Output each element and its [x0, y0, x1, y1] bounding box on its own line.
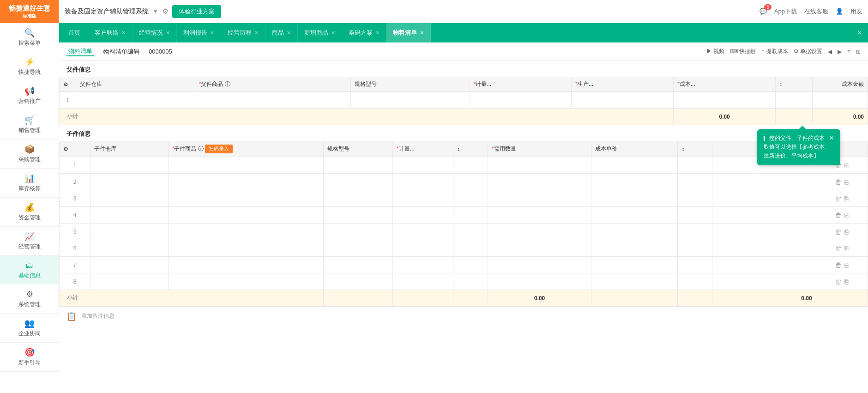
nav-tab-3[interactable]: 利润报告✕	[177, 23, 221, 42]
parent-cost-1[interactable]	[674, 92, 776, 109]
child-warehouse-3[interactable]	[90, 190, 168, 207]
child-unit-3[interactable]	[393, 190, 453, 207]
sidebar-item-快捷导航[interactable]: ⚡快捷导航	[0, 52, 59, 81]
delete-icon-6[interactable]: 🗑	[835, 245, 842, 252]
child-unit-price-5[interactable]	[591, 224, 678, 240]
child-quantity-8[interactable]	[488, 273, 591, 290]
delete-icon-4[interactable]: 🗑	[835, 212, 842, 219]
sidebar-item-企业协同[interactable]: 👥企业协同	[0, 314, 59, 343]
sidebar-item-资金管理[interactable]: 💰资金管理	[0, 198, 59, 227]
copy-icon-5[interactable]: ⎘	[844, 228, 848, 236]
child-spec-3[interactable]	[324, 190, 393, 207]
copy-icon-1[interactable]: ⎘	[844, 162, 848, 169]
child-spec-5[interactable]	[324, 224, 393, 240]
dropdown-icon[interactable]: ▼	[152, 8, 158, 15]
delete-icon-2[interactable]: 🗑	[835, 178, 842, 186]
scan-button[interactable]: 扫码录入	[205, 145, 233, 153]
child-quantity-3[interactable]	[488, 190, 591, 207]
sidebar-item-搜索菜单[interactable]: 🔍搜索菜单	[0, 23, 59, 52]
child-quantity-6[interactable]	[488, 240, 591, 257]
doc-settings-action[interactable]: ⚙ 单据设置	[794, 48, 822, 55]
child-spec-4[interactable]	[324, 207, 393, 224]
next-arrow[interactable]: ▶	[838, 48, 842, 55]
nav-tab-close-1[interactable]: ✕	[121, 30, 126, 36]
child-unit-price-2[interactable]	[591, 174, 678, 190]
add-note-icon[interactable]: 📋	[66, 311, 77, 321]
child-unit-8[interactable]	[393, 273, 453, 290]
child-product-5[interactable]	[168, 224, 324, 240]
child-unit-price-4[interactable]	[591, 207, 678, 224]
close-tab-icon[interactable]: ✕	[853, 29, 866, 36]
child-unit-4[interactable]	[393, 207, 453, 224]
child-warehouse-4[interactable]	[90, 207, 168, 224]
child-unit-price-7[interactable]	[591, 257, 678, 273]
copy-icon-6[interactable]: ⎘	[844, 245, 848, 252]
nav-tab-close-7[interactable]: ✕	[375, 30, 380, 36]
nav-tab-close-4[interactable]: ✕	[254, 30, 259, 36]
parent-warehouse-1[interactable]	[76, 92, 195, 109]
delete-icon-5[interactable]: 🗑	[835, 228, 842, 236]
nav-tab-close-3[interactable]: ✕	[210, 30, 214, 36]
nav-tab-6[interactable]: 新增商品✕	[298, 23, 342, 42]
child-product-2[interactable]	[168, 174, 324, 190]
child-quantity-7[interactable]	[488, 257, 591, 273]
child-warehouse-1[interactable]	[90, 157, 168, 174]
nav-tab-7[interactable]: 条码方案✕	[342, 23, 386, 42]
copy-icon-7[interactable]: ⎘	[844, 261, 848, 269]
child-warehouse-2[interactable]	[90, 174, 168, 190]
child-unit-price-1[interactable]	[591, 157, 678, 174]
copy-icon-8[interactable]: ⎘	[844, 278, 848, 285]
child-unit-7[interactable]	[393, 257, 453, 273]
nav-tab-5[interactable]: 商品✕	[265, 23, 298, 42]
prev-arrow[interactable]: ◀	[828, 48, 832, 55]
child-spec-8[interactable]	[324, 273, 393, 290]
tooltip-close-btn[interactable]: ✕	[829, 134, 834, 143]
child-spec-2[interactable]	[324, 174, 393, 190]
nav-tab-1[interactable]: 客户联络✕	[88, 23, 133, 42]
delete-icon-7[interactable]: 🗑	[835, 261, 842, 269]
parent-product-1[interactable]	[195, 92, 350, 109]
nav-tab-0[interactable]: 首页	[61, 23, 88, 42]
child-spec-6[interactable]	[324, 240, 393, 257]
child-spec-7[interactable]	[324, 257, 393, 273]
parent-col-settings[interactable]: ⚙	[60, 77, 76, 92]
nav-tab-close-8[interactable]: ✕	[420, 30, 424, 36]
child-quantity-5[interactable]	[488, 224, 591, 240]
copy-icon-3[interactable]: ⎘	[844, 195, 848, 202]
trial-button[interactable]: 体验行业方案	[172, 5, 221, 18]
parent-spec-1[interactable]	[350, 92, 470, 109]
sidebar-item-经营管理[interactable]: 📈经营管理	[0, 227, 59, 256]
child-unit-6[interactable]	[393, 240, 453, 257]
child-warehouse-7[interactable]	[90, 257, 168, 273]
child-quantity-2[interactable]	[488, 174, 591, 190]
child-spec-1[interactable]	[324, 157, 393, 174]
nav-tab-close-5[interactable]: ✕	[287, 30, 291, 36]
delete-icon-3[interactable]: 🗑	[835, 195, 842, 202]
sidebar-item-采购管理[interactable]: 📦采购管理	[0, 139, 59, 169]
child-product-4[interactable]	[168, 207, 324, 224]
app-download-link[interactable]: App下载	[774, 7, 797, 16]
nav-tab-close-6[interactable]: ✕	[331, 30, 335, 36]
child-unit-2[interactable]	[393, 174, 453, 190]
sidebar-item-新手引导[interactable]: 🎯新手引导	[0, 343, 59, 372]
child-unit-price-3[interactable]	[591, 190, 678, 207]
grid-view-icon[interactable]: ⊞	[856, 48, 861, 55]
nav-tab-close-2[interactable]: ✕	[166, 30, 170, 36]
online-service-link[interactable]: 在线客服	[804, 7, 828, 16]
child-product-7[interactable]	[168, 257, 324, 273]
child-unit-5[interactable]	[393, 224, 453, 240]
child-warehouse-5[interactable]	[90, 224, 168, 240]
parent-production-1[interactable]	[572, 92, 674, 109]
sidebar-item-营销推广[interactable]: 📢营销推广	[0, 81, 59, 110]
child-quantity-1[interactable]	[488, 157, 591, 174]
child-warehouse-6[interactable]	[90, 240, 168, 257]
gear-icon[interactable]: ⚙	[162, 7, 169, 16]
child-warehouse-8[interactable]	[90, 273, 168, 290]
copy-icon-4[interactable]: ⎘	[844, 212, 848, 219]
child-unit-price-6[interactable]	[591, 240, 678, 257]
child-product-8[interactable]	[168, 273, 324, 290]
nav-tab-4[interactable]: 经营历程✕	[221, 23, 265, 42]
list-view-icon[interactable]: ≡	[847, 48, 850, 55]
sidebar-item-销售管理[interactable]: 🛒销售管理	[0, 110, 59, 139]
delete-icon-8[interactable]: 🗑	[835, 278, 842, 285]
